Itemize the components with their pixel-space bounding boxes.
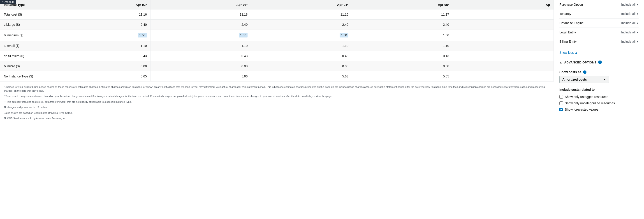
cell-2-5 [453,30,554,41]
amortized-costs-dropdown[interactable]: Amortized costs ▼ [560,76,609,83]
chevron-up-icon: ▲ [575,51,578,54]
cell-6-5 [453,71,554,82]
filter-value-0[interactable]: Include all▼ [621,3,638,6]
highlighted-cell-value: 1.50 [138,33,147,38]
table-row: Total cost ($)11.1611.1811.1511.17 [0,10,554,20]
cell-5-0: t2.micro ($) [0,61,50,71]
advanced-options-label: ADVANCED OPTIONS [564,61,596,64]
note-4: All charges and prices are in US dollars… [4,106,550,109]
dropdown-arrow-icon: ▼ [604,78,606,81]
uncategorized-label: Show only uncategorized resources [565,101,615,105]
col-header-apr03: Apr-03* [150,0,251,10]
note-1: *Charges for your current billing period… [4,85,550,92]
show-costs-info-icon: i [583,70,586,74]
cell-4-5 [453,51,554,61]
cell-0-1: 11.16 [50,10,151,20]
highlighted-cell-value: 1.50 [340,33,348,38]
cell-3-4: 1.10 [352,41,453,51]
cell-3-5 [453,41,554,51]
filter-label-4: Billing Entity [560,40,576,43]
cell-4-0: db.t3.micro ($) [0,51,50,61]
uncategorized-checkbox[interactable] [560,101,563,105]
cell-3-2: 1.10 [150,41,251,51]
forecasted-label: Show forecasted values [565,108,598,111]
cost-table: Instance Type Apr-02* Apr-03* Apr-04* Ap… [0,0,554,82]
include-costs-section: Include costs related to Show only untag… [560,85,638,114]
col-header-apr-more: Ap [453,0,554,10]
cell-2-2: 1.50 [150,30,251,41]
col-header-apr05: Apr-05* [352,0,453,10]
filter-row-1: TenancyInclude all▼ [560,9,638,18]
table-row: No Instance Type ($)5.655.665.635.65 [0,71,554,82]
cell-4-4: 0.43 [352,51,453,61]
cell-2-3: 1.50 [251,30,352,41]
cell-1-1: 2.40 [50,20,151,30]
cell-5-3: 0.08 [251,61,352,71]
cell-5-5 [453,61,554,71]
filter-value-3[interactable]: Include all▼ [621,30,638,34]
cell-6-3: 5.63 [251,71,352,82]
filter-row-4: Billing EntityInclude all▼ [560,37,638,46]
uncategorized-checkbox-row[interactable]: Show only uncategorized resources [560,100,638,106]
cell-6-2: 5.66 [150,71,251,82]
cell-0-3: 11.15 [251,10,352,20]
cell-0-2: 11.18 [150,10,251,20]
chevron-down-icon: ▼ [636,4,638,6]
filter-label-2: Database Engine [560,21,584,25]
costs-dropdown-value: Amortized costs [562,78,587,81]
filter-value-2[interactable]: Include all▼ [621,21,638,25]
cell-1-0: c4.large ($) [0,20,50,30]
cell-3-0: t2.small ($) [0,41,50,51]
notes-section: *Charges for your current billing period… [0,82,554,126]
show-costs-label: Show costs as i [560,70,638,74]
table-row: t2.small ($)1.101.101.101.10 [0,41,554,51]
cell-5-1: 0.08 [50,61,151,71]
show-less-label: Show less [560,51,574,54]
filter-row-0: Purchase OptionInclude all▼ [560,0,638,9]
cell-6-0: No Instance Type ($) [0,71,50,82]
filter-value-text-3: Include all [621,30,636,34]
col-header-apr04: Apr-04* [251,0,352,10]
note-2: **Forecasted charges are estimated based… [4,94,550,98]
filter-row-3: Legal EntityInclude all▼ [560,28,638,37]
cell-2-0: t2.medium ($) [0,30,50,41]
untagged-checkbox[interactable] [560,95,563,99]
cell-4-2: 0.43 [150,51,251,61]
cell-0-0: Total cost ($) [0,10,50,20]
filter-value-4[interactable]: Include all▼ [621,40,638,43]
advanced-options-info-icon: i [598,60,602,64]
cell-1-4: 2.40 [352,20,453,30]
cell-1-3: 2.40 [251,20,352,30]
show-less-link[interactable]: Show less ▲ [560,48,638,57]
untagged-checkbox-row[interactable]: Show only untagged resources [560,94,638,100]
table-row: t2.medium ($)1.501.501.501.50 [0,30,554,41]
cell-2-1: 1.50 [50,30,151,41]
chevron-left-icon: ▲ [560,61,562,64]
cell-5-2: 0.08 [150,61,251,71]
highlighted-cell-value: 1.50 [239,33,248,38]
table-row: db.t3.micro ($)0.430.430.430.43 [0,51,554,61]
cell-5-4: 0.08 [352,61,453,71]
col-header-apr02: Apr-02* [50,0,151,10]
tooltip-badge: t2.medium [0,0,16,4]
filter-label-3: Legal Entity [560,30,576,34]
filter-label-1: Tenancy [560,12,571,16]
table-row: c4.large ($)2.402.402.402.40 [0,20,554,30]
table-row: t2.micro ($)0.080.080.080.08 [0,61,554,71]
cell-1-5 [453,20,554,30]
note-3: ***This category includes costs (e.g., d… [4,100,550,104]
forecasted-checkbox[interactable] [560,108,563,111]
cell-4-3: 0.43 [251,51,352,61]
advanced-options-header: ▲ ADVANCED OPTIONS i [560,57,638,67]
filter-value-text-0: Include all [621,3,636,6]
cell-0-5 [453,10,554,20]
cell-4-1: 0.43 [50,51,151,61]
untagged-label: Show only untagged resources [565,95,608,99]
filters-section: Purchase OptionInclude all▼TenancyInclud… [560,0,638,46]
forecasted-checkbox-row[interactable]: Show forecasted values [560,106,638,113]
filter-value-text-4: Include all [621,40,636,43]
filter-value-1[interactable]: Include all▼ [621,12,638,16]
cell-3-1: 1.10 [50,41,151,51]
filter-row-2: Database EngineInclude all▼ [560,18,638,28]
cell-6-4: 5.65 [352,71,453,82]
